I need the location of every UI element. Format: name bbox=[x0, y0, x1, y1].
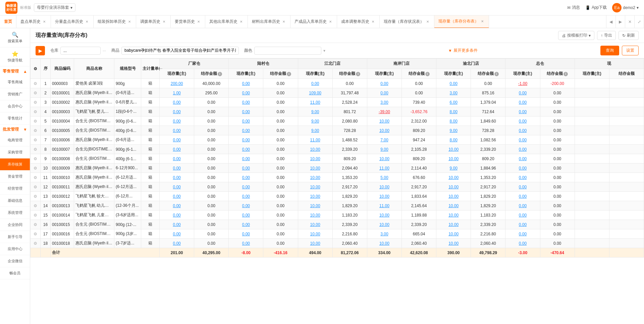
tab-inventory-history[interactable]: 盘点单历史 ✕ bbox=[16, 15, 51, 28]
tab-stock-status[interactable]: 现存量（库存状况表） ✕ bbox=[380, 15, 434, 28]
print-btn[interactable]: 🖨 按模板打印 ▾ bbox=[558, 31, 594, 40]
close-icon[interactable]: ✕ bbox=[480, 19, 485, 24]
search-expand-btn[interactable]: ▶ bbox=[36, 46, 45, 55]
warehouse-input[interactable] bbox=[60, 47, 101, 55]
sidebar-item-search[interactable]: 🔍 搜索英单 bbox=[0, 28, 30, 47]
row-code: 00100018 bbox=[51, 239, 74, 248]
warehouse-dots[interactable]: ··· bbox=[103, 48, 106, 53]
row-gear[interactable]: ⚙ bbox=[31, 211, 41, 220]
sidebar-item-marketing[interactable]: 营销推广 bbox=[0, 88, 30, 100]
sidebar-item-retail-stats[interactable]: 零售统计 bbox=[0, 112, 30, 125]
row-gear[interactable]: ⚙ bbox=[31, 182, 41, 192]
info-icon[interactable]: i bbox=[494, 72, 499, 76]
sidebar-item-inventory[interactable]: 库存核算 bbox=[0, 158, 30, 171]
search-btn[interactable]: 查询 bbox=[600, 46, 619, 55]
row-nanan-amt: 1,833.64 bbox=[401, 192, 436, 201]
sidebar-item-app-center[interactable]: 应用中心 bbox=[0, 243, 30, 255]
row-gear[interactable]: ⚙ bbox=[31, 79, 41, 88]
tab-expand-btn[interactable]: ⤢ bbox=[635, 15, 644, 28]
row-code: 00100012 bbox=[51, 192, 74, 201]
close-icon[interactable]: ✕ bbox=[42, 19, 47, 24]
color-input[interactable] bbox=[254, 47, 321, 55]
close-icon[interactable]: ✕ bbox=[127, 19, 132, 24]
sidebar-item-purchase[interactable]: 采购管理 bbox=[0, 146, 30, 158]
tab-split-history[interactable]: 分量盘点单历史 ✕ bbox=[51, 15, 94, 28]
close-icon[interactable]: ✕ bbox=[162, 19, 166, 24]
row-gear[interactable]: ⚙ bbox=[31, 239, 41, 248]
col-nanan-qty: 现存量(主) bbox=[367, 69, 401, 79]
tab-close-all-btn[interactable]: ✕ bbox=[625, 15, 635, 28]
row-gear[interactable]: ⚙ bbox=[31, 164, 41, 173]
tab-material-outbound[interactable]: 材料出库单历史 ✕ bbox=[248, 15, 290, 28]
row-gear[interactable]: ⚙ bbox=[31, 98, 41, 107]
row-gear[interactable]: ⚙ bbox=[31, 135, 41, 145]
row-gear[interactable]: ⚙ bbox=[31, 145, 41, 154]
close-icon[interactable]: ✕ bbox=[85, 19, 89, 24]
sidebar-item-retail-mall[interactable]: 零售商城 bbox=[0, 76, 30, 88]
tab-transfer-history[interactable]: 调拨单历史 ✕ bbox=[136, 15, 171, 28]
tab-prev-btn[interactable]: ◀ bbox=[606, 15, 616, 28]
sidebar-item-basic-info[interactable]: 基础信息 bbox=[0, 195, 30, 207]
tab-product-inbound[interactable]: 产成品入库单历史 ✕ bbox=[290, 15, 337, 28]
sidebar-item-wechat[interactable]: 企业微信 bbox=[0, 255, 30, 267]
message-btn[interactable]: ✉ 消息 bbox=[567, 5, 580, 10]
sidebar-item-system[interactable]: 系统管理 bbox=[0, 207, 30, 219]
sidebar-item-member-plus[interactable]: 畅会员 bbox=[0, 267, 30, 279]
sidebar-item-operations[interactable]: 经营管理 bbox=[0, 183, 30, 195]
close-icon[interactable]: ✕ bbox=[196, 19, 201, 24]
info-icon[interactable]: i bbox=[425, 72, 430, 76]
row-yubei-qty: 3.00 bbox=[436, 88, 471, 98]
row-gear[interactable]: ⚙ bbox=[31, 229, 41, 239]
sidebar-item-members[interactable]: 会员中心 bbox=[0, 100, 30, 112]
close-icon[interactable]: ✕ bbox=[371, 19, 375, 24]
col-no: 序 bbox=[41, 59, 51, 79]
close-icon[interactable]: ✕ bbox=[281, 19, 286, 24]
app-download-btn[interactable]: 📱 App下载 bbox=[585, 5, 607, 10]
row-total-amt: 0.00 bbox=[540, 201, 575, 211]
row-curr-amt bbox=[609, 117, 644, 126]
tab-home[interactable]: 首页 bbox=[0, 15, 16, 28]
export-btn[interactable]: ↑ 导出 bbox=[597, 31, 616, 40]
row-code: 00100011 bbox=[51, 182, 74, 192]
tab-cost-adjust[interactable]: 成本调整单历史 ✕ bbox=[337, 15, 380, 28]
row-gear[interactable]: ⚙ bbox=[31, 192, 41, 201]
info-icon[interactable]: i bbox=[356, 72, 360, 76]
goods-input[interactable] bbox=[121, 47, 239, 55]
info-icon[interactable]: i bbox=[287, 72, 291, 76]
sidebar-item-collab[interactable]: 企业协同 bbox=[0, 219, 30, 231]
close-icon[interactable]: ✕ bbox=[328, 19, 333, 24]
tab-assembly-history[interactable]: 组装拆卸单历史 ✕ bbox=[94, 15, 136, 28]
refresh-btn[interactable]: ↻ 刷新 bbox=[619, 31, 639, 40]
sidebar-item-finance[interactable]: 资金管理 bbox=[0, 171, 30, 183]
row-factory-amt: 0.00 bbox=[194, 154, 229, 164]
row-yubei-qty: 10.00 bbox=[436, 211, 471, 220]
expand-conditions[interactable]: ▼ 展开更多条件 bbox=[331, 48, 595, 53]
row-gear[interactable]: ⚙ bbox=[31, 154, 41, 164]
tab-order-history[interactable]: 要货单历史 ✕ bbox=[171, 15, 205, 28]
tab-stock-distribution[interactable]: 现存量（库存分布表） ✕ bbox=[434, 15, 489, 28]
warehouse-field: 仓库 ··· bbox=[50, 47, 106, 55]
row-gear[interactable]: ⚙ bbox=[31, 173, 41, 182]
row-gear[interactable]: ⚙ bbox=[31, 126, 41, 135]
info-icon[interactable]: i bbox=[218, 72, 222, 76]
sidebar-item-ecommerce[interactable]: 电商管理 bbox=[0, 134, 30, 146]
row-gear[interactable]: ⚙ bbox=[31, 220, 41, 229]
user-menu[interactable]: Ea demo2 ▾ bbox=[612, 3, 639, 12]
table-scroll-wrapper[interactable]: ⚙ 序 商品编码 商品名称 规格型号 主计量单位 厂家仓 陆村仓 江北门店 南岸… bbox=[30, 58, 644, 324]
info-icon[interactable]: i bbox=[564, 72, 568, 76]
sidebar-item-guide[interactable]: 新手引导 bbox=[0, 231, 30, 243]
chevron-down-icon[interactable]: ▾ bbox=[323, 48, 325, 53]
sidebar-section-retail[interactable]: 零售管理 ▲ bbox=[0, 66, 30, 76]
industry-selector[interactable]: 母婴行业演示陈套 ▾ bbox=[34, 3, 75, 12]
row-gear[interactable]: ⚙ bbox=[31, 107, 41, 117]
row-gear[interactable]: ⚙ bbox=[31, 201, 41, 211]
close-icon[interactable]: ✕ bbox=[425, 19, 430, 24]
setting-btn[interactable]: 设置 bbox=[622, 46, 639, 55]
tab-other-outbound[interactable]: 其他出库单历史 ✕ bbox=[205, 15, 248, 28]
sidebar-item-nav[interactable]: ⭐ 快捷导航 bbox=[0, 47, 30, 66]
row-gear[interactable]: ⚙ bbox=[31, 117, 41, 126]
tab-next-btn[interactable]: ▶ bbox=[616, 15, 625, 28]
row-gear[interactable]: ⚙ bbox=[31, 88, 41, 98]
close-icon[interactable]: ✕ bbox=[239, 19, 244, 24]
sidebar-section-wholesale[interactable]: 批发管理 ▼ bbox=[0, 125, 30, 134]
